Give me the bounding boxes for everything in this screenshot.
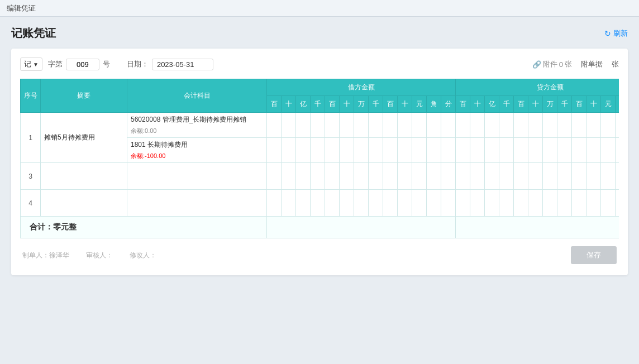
row2-c12[interactable] [616,138,619,163]
attach-link[interactable]: 🔗 附件 0 张 [532,59,572,69]
row4-c5[interactable] [514,190,528,217]
row3-d12[interactable] [427,163,441,190]
row1-abstract[interactable]: 摊销5月待摊费用 [41,113,127,163]
row4-d4[interactable] [311,190,325,217]
row2-d9[interactable] [383,138,398,163]
row3-c11[interactable] [601,163,616,190]
row2-c4[interactable] [499,138,514,163]
row4-d7[interactable] [354,190,369,217]
row4-d2[interactable] [282,190,296,217]
row1-c4[interactable] [499,113,514,138]
row1-c8[interactable] [557,113,572,138]
row2-c10[interactable] [586,138,601,163]
row1-d4[interactable] [311,113,325,138]
row2-d1[interactable] [267,138,282,163]
row4-c7[interactable] [543,190,557,217]
row2-d5[interactable] [325,138,340,163]
row4-d9[interactable] [383,190,398,217]
row4-c4[interactable] [499,190,514,217]
refresh-button[interactable]: ↻ 刷新 [604,28,628,39]
row1-c6[interactable] [528,113,543,138]
row1-subject[interactable]: 56020008 管理费用_长期待摊费用摊销 余额:0.00 [127,113,267,138]
row1-d9[interactable] [383,113,398,138]
row2-d11[interactable] [412,138,427,163]
row4-c11[interactable] [601,190,616,217]
row1-d2[interactable] [282,113,296,138]
row1-c5[interactable] [514,113,528,138]
row1-d3[interactable] [296,113,311,138]
row2-c7[interactable] [543,138,557,163]
row3-d10[interactable] [398,163,412,190]
row4-c6[interactable] [528,190,543,217]
row2-c2[interactable] [470,138,485,163]
row2-c11[interactable] [601,138,616,163]
row3-c5[interactable] [514,163,528,190]
row1-c1[interactable] [456,113,470,138]
row4-d5[interactable] [325,190,340,217]
row1-d13[interactable] [441,113,456,138]
row4-c9[interactable] [572,190,586,217]
row3-d8[interactable] [369,163,383,190]
row1-c3[interactable] [485,113,499,138]
row3-d2[interactable] [282,163,296,190]
row2-c9[interactable] [572,138,586,163]
row4-d1[interactable] [267,190,282,217]
row2-d13[interactable] [441,138,456,163]
voucher-prefix-dropdown[interactable]: 记 ▼ [20,58,42,71]
row4-abstract[interactable] [41,190,127,217]
row2-c1[interactable] [456,138,470,163]
row3-c4[interactable] [499,163,514,190]
row2-d10[interactable] [398,138,412,163]
row3-d11[interactable] [412,163,427,190]
row4-d11[interactable] [412,190,427,217]
row1-d7[interactable] [354,113,369,138]
row3-c6[interactable] [528,163,543,190]
row4-c1[interactable] [456,190,470,217]
row1-d10[interactable] [398,113,412,138]
row4-d8[interactable] [369,190,383,217]
row3-c3[interactable] [485,163,499,190]
row3-d6[interactable] [340,163,354,190]
row3-d3[interactable] [296,163,311,190]
row2-subject[interactable]: 1801 长期待摊费用 余额:-100.00 [127,138,267,163]
row3-d5[interactable] [325,163,340,190]
row2-c6[interactable] [528,138,543,163]
row4-subject[interactable] [127,190,267,217]
row1-d5[interactable] [325,113,340,138]
voucher-date-input[interactable] [152,59,213,70]
row3-d7[interactable] [354,163,369,190]
row1-c12[interactable] [616,113,619,138]
row4-c3[interactable] [485,190,499,217]
save-button[interactable]: 保存 [571,246,617,264]
row3-subject[interactable] [127,163,267,190]
row3-c12[interactable] [616,163,619,190]
row2-d3[interactable] [296,138,311,163]
row3-d9[interactable] [383,163,398,190]
row4-c8[interactable] [557,190,572,217]
row3-d1[interactable] [267,163,282,190]
row1-d12[interactable] [427,113,441,138]
row1-d11[interactable] [412,113,427,138]
row2-c8[interactable] [557,138,572,163]
row4-d12[interactable] [427,190,441,217]
row1-d8[interactable] [369,113,383,138]
row3-c10[interactable] [586,163,601,190]
row1-c9[interactable] [572,113,586,138]
row4-d3[interactable] [296,190,311,217]
row4-d13[interactable] [441,190,456,217]
row2-d12[interactable] [427,138,441,163]
row1-d1[interactable] [267,113,282,138]
voucher-number-input[interactable] [66,59,99,70]
row3-c2[interactable] [470,163,485,190]
row4-c10[interactable] [586,190,601,217]
row3-abstract[interactable] [41,163,127,190]
row4-c12[interactable] [616,190,619,217]
row4-c2[interactable] [470,190,485,217]
row3-c9[interactable] [572,163,586,190]
row3-d13[interactable] [441,163,456,190]
row3-c1[interactable] [456,163,470,190]
row2-c5[interactable] [514,138,528,163]
row2-d6[interactable] [340,138,354,163]
row1-c2[interactable] [470,113,485,138]
row1-c10[interactable] [586,113,601,138]
